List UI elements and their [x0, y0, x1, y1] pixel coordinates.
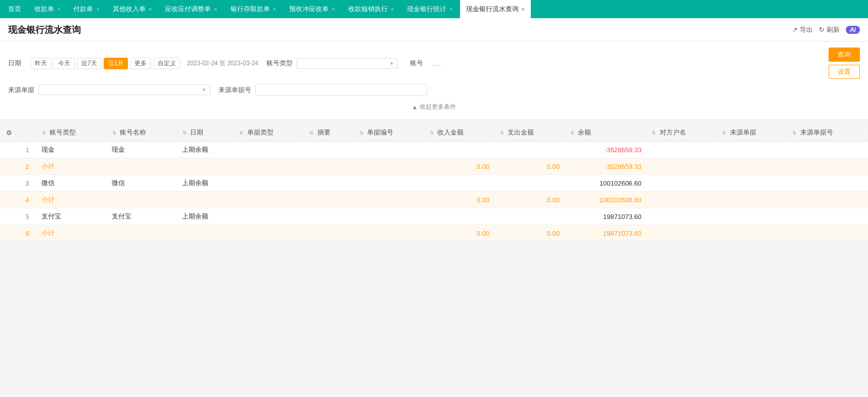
refresh-button[interactable]: ↻ 刷新 — [819, 25, 840, 34]
nav-tab-6[interactable]: 收款核销执行 × — [342, 0, 400, 18]
close-icon[interactable]: × — [214, 6, 217, 12]
row-gear — [0, 158, 18, 175]
date-btn-1month[interactable]: 近1月 — [104, 58, 128, 69]
export-icon: ↗ — [792, 26, 798, 33]
row-counterparty — [647, 142, 717, 158]
account-dots-button[interactable]: ... — [432, 59, 442, 68]
row-balance: 100102606.60 — [565, 192, 647, 208]
row-date: 上期余额 — [177, 175, 234, 192]
row-doc-no — [354, 225, 424, 242]
row-summary — [304, 225, 354, 242]
nav-home[interactable]: 首页 — [2, 0, 27, 18]
row-doc-no — [354, 158, 424, 175]
row-account-type: 小计 — [36, 225, 107, 242]
close-icon[interactable]: × — [273, 6, 276, 12]
nav-tab-3[interactable]: 应收应付调整单 × — [159, 0, 223, 18]
row-counterparty — [647, 192, 717, 208]
row-expense: 0.00 — [494, 192, 565, 208]
row-gear — [0, 175, 18, 192]
row-counterparty — [647, 225, 717, 242]
row-account-name: 现金 — [107, 142, 177, 158]
col-source-doc-no[interactable]: ⇅ 来源单据号 — [787, 124, 868, 142]
col-account-name[interactable]: ⇅ 账号名称 — [107, 124, 177, 142]
row-account-type: 现金 — [36, 142, 107, 158]
sort-icon: ⇅ — [722, 130, 726, 136]
row-account-type: 小计 — [36, 158, 107, 175]
close-icon[interactable]: × — [449, 6, 452, 12]
row-expense — [494, 208, 565, 225]
row-doc-no — [354, 142, 424, 158]
table-row: 1 现金 现金 上期余额 -3528659.33 — [0, 142, 868, 158]
nav-tab-5[interactable]: 预收冲应收单 × — [283, 0, 341, 18]
close-icon[interactable]: × — [96, 6, 99, 12]
action-buttons: 查询 设置 — [829, 48, 860, 79]
close-icon[interactable]: × — [522, 6, 525, 12]
row-counterparty — [647, 175, 717, 192]
col-doc-no[interactable]: ⇅ 单据编号 — [354, 124, 424, 142]
collapse-bar[interactable]: ▲ 收起更多条件 — [8, 101, 860, 113]
row-income: 0.00 — [424, 192, 494, 208]
col-index — [18, 124, 36, 142]
nav-tab-8[interactable]: 现金银行流水查询 × — [460, 0, 531, 18]
nav-tab-4[interactable]: 银行存取款单 × — [224, 0, 282, 18]
col-summary[interactable]: ⇅ 摘要 — [304, 124, 354, 142]
nav-tab-2[interactable]: 其他收入单 × — [107, 0, 158, 18]
row-gear — [0, 225, 18, 242]
sort-icon: ⇅ — [430, 130, 434, 136]
account-type-select[interactable]: ▾ — [297, 58, 398, 69]
filter-area: 日期 昨天 今天 近7天 近1月 更多 自定义 2023-02-24 至 202… — [0, 41, 868, 120]
col-account-type[interactable]: ⇅ 账号类型 — [36, 124, 107, 142]
col-gear[interactable]: ⚙ — [0, 124, 18, 142]
row-index: 2 — [18, 158, 36, 175]
col-balance[interactable]: ⇅ 余额 — [565, 124, 647, 142]
row-account-name — [107, 158, 177, 175]
col-date[interactable]: ⇅ 日期 — [177, 124, 234, 142]
col-counterparty[interactable]: ⇅ 对方户名 — [647, 124, 717, 142]
close-icon[interactable]: × — [149, 6, 152, 12]
row-date: 上期余额 — [177, 142, 234, 158]
source-doc-select[interactable]: ▾ — [38, 84, 210, 95]
row-balance: -3528659.33 — [565, 142, 647, 158]
query-button[interactable]: 查询 — [829, 48, 860, 62]
row-source-doc — [717, 225, 787, 242]
col-expense[interactable]: ⇅ 支出金额 — [494, 124, 565, 142]
close-icon[interactable]: × — [391, 6, 394, 12]
row-income: 0.00 — [424, 225, 494, 242]
filter-row-1: 日期 昨天 今天 近7天 近1月 更多 自定义 2023-02-24 至 202… — [8, 48, 860, 79]
sort-icon: ⇅ — [42, 130, 46, 136]
date-btn-yesterday[interactable]: 昨天 — [30, 58, 52, 69]
row-doc-type — [234, 225, 304, 242]
source-doc-no-filter: 来源单据号 — [218, 84, 427, 96]
row-account-name: 微信 — [107, 175, 177, 192]
col-income[interactable]: ⇅ 收入金额 — [424, 124, 494, 142]
nav-tab-7[interactable]: 现金银行统计 × — [401, 0, 459, 18]
gear-icon: ⚙ — [6, 129, 12, 137]
close-icon[interactable]: × — [332, 6, 335, 12]
sort-icon: ⇅ — [570, 130, 574, 136]
filter-row-2: 来源单据 ▾ 来源单据号 — [8, 84, 860, 96]
row-source-doc-no — [787, 175, 868, 192]
nav-tab-0[interactable]: 收款单 × — [28, 0, 66, 18]
date-btn-custom[interactable]: 自定义 — [153, 58, 180, 69]
ai-button[interactable]: Ai — [846, 26, 860, 34]
row-index: 3 — [18, 175, 36, 192]
export-button[interactable]: ↗ 导出 — [792, 25, 813, 34]
account-label: 账号 — [410, 59, 428, 68]
date-btn-more[interactable]: 更多 — [130, 58, 151, 69]
nav-tab-1[interactable]: 付款单 × — [67, 0, 105, 18]
date-btn-7days[interactable]: 近7天 — [77, 58, 102, 69]
close-icon[interactable]: × — [57, 6, 60, 12]
row-balance: 19871073.60 — [565, 208, 647, 225]
setting-button[interactable]: 设置 — [829, 65, 860, 79]
col-source-doc[interactable]: ⇅ 来源单据 — [717, 124, 787, 142]
col-doc-type[interactable]: ⇅ 单据类型 — [234, 124, 304, 142]
page-title: 现金银行流水查询 — [8, 24, 81, 36]
date-range: 2023-02-24 至 2023-03-24 — [187, 59, 258, 68]
date-btn-today[interactable]: 今天 — [54, 58, 75, 69]
row-source-doc-no — [787, 225, 868, 242]
source-doc-no-input[interactable] — [255, 84, 427, 96]
row-source-doc — [717, 142, 787, 158]
row-income — [424, 142, 494, 158]
collapse-icon: ▲ — [412, 104, 418, 111]
top-nav: 首页 收款单 × 付款单 × 其他收入单 × 应收应付调整单 × 银行存取款单 … — [0, 0, 868, 18]
